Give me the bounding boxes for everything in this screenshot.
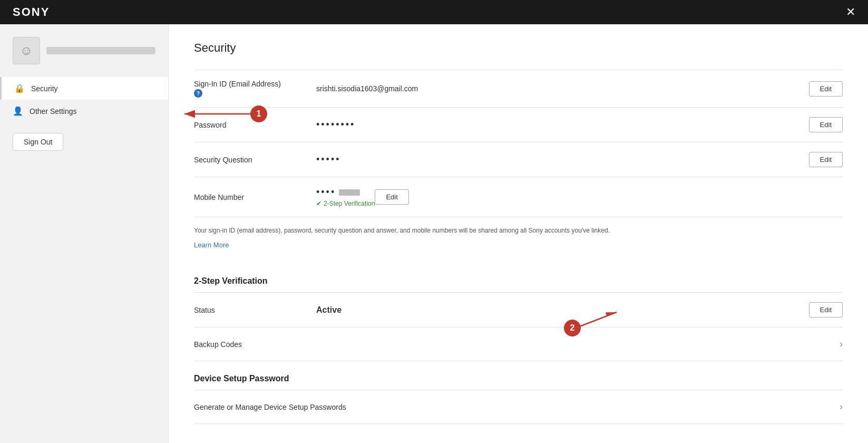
sign-out-button[interactable]: Sign Out	[13, 133, 63, 151]
shared-info-text: Your sign-in ID (email address), passwor…	[194, 226, 843, 236]
main-content: Security Sign-In ID (Email Address) ? sr…	[169, 24, 868, 443]
sony-logo: SONY	[13, 5, 50, 19]
signin-id-info-icon[interactable]: ?	[194, 89, 202, 98]
signin-id-value: srishti.sisodia1603@gmail.com	[310, 84, 809, 93]
contact-card-icon: 👤	[13, 106, 23, 116]
device-setup-title: Device Setup Password	[194, 374, 843, 383]
security-question-label: Security Question	[194, 156, 310, 164]
two-step-status-label: Status	[194, 306, 310, 314]
sidebar-item-other-settings-label: Other Settings	[30, 107, 77, 115]
mobile-number-label: Mobile Number	[194, 193, 310, 201]
mobile-dots-text: ••••	[316, 187, 336, 198]
sidebar-item-security-label: Security	[31, 84, 58, 93]
mobile-dots: ••••	[316, 187, 375, 198]
backup-codes-chevron-icon: ›	[840, 339, 843, 350]
avatar-section: ☺	[0, 37, 168, 77]
sidebar-item-other-settings[interactable]: 👤 Other Settings	[0, 100, 168, 122]
two-step-edit-button[interactable]: Edit	[809, 302, 843, 317]
checkmark-icon: ✔	[316, 200, 321, 207]
mobile-number-row: Mobile Number •••• ✔ 2-Step Verification…	[194, 177, 843, 217]
backup-codes-label: Backup Codes	[194, 340, 310, 349]
mobile-redacted-bar	[339, 189, 360, 196]
password-label: Password	[194, 121, 310, 129]
device-setup-manage-row[interactable]: Generate or Manage Device Setup Password…	[194, 390, 843, 424]
learn-more-link[interactable]: Learn More	[194, 241, 229, 249]
page-title: Security	[194, 41, 843, 55]
avatar-name-bar	[46, 47, 155, 54]
signin-id-label: Sign-In ID (Email Address) ?	[194, 80, 310, 98]
main-layout: ☺ 🔒 Security 👤 Other Settings Sign Out	[0, 24, 868, 443]
two-step-section: Status Active Edit Backup Codes ›	[194, 292, 843, 361]
avatar: ☺	[13, 37, 40, 64]
two-step-status-value: Active	[310, 305, 342, 315]
password-row: Password •••••••• Edit	[194, 108, 843, 142]
device-setup-manage-label: Generate or Manage Device Setup Password…	[194, 403, 840, 411]
lock-icon: 🔒	[14, 83, 25, 93]
two-step-status-row: Status Active Edit	[194, 293, 843, 328]
backup-codes-row[interactable]: Backup Codes ›	[194, 328, 843, 361]
verified-text: 2-Step Verification	[324, 200, 375, 207]
app-window: SONY ✕ ↖ ☺ 🔒 Security 👤 Other Settings	[0, 0, 868, 443]
close-button[interactable]: ✕	[846, 6, 855, 18]
top-bar: SONY ✕	[0, 0, 868, 24]
security-question-value: •••••	[310, 154, 809, 165]
mobile-number-value: •••• ✔ 2-Step Verification	[310, 187, 375, 207]
device-setup-section: Generate or Manage Device Setup Password…	[194, 390, 843, 424]
mobile-edit-button[interactable]: Edit	[375, 189, 408, 205]
security-question-edit-button[interactable]: Edit	[809, 152, 843, 167]
two-step-title: 2-Step Verification	[194, 276, 843, 286]
form-section: Sign-In ID (Email Address) ? srishti.sis…	[194, 70, 843, 217]
sidebar: ☺ 🔒 Security 👤 Other Settings Sign Out	[0, 24, 169, 443]
security-question-row: Security Question ••••• Edit	[194, 142, 843, 177]
mobile-verified-badge: ✔ 2-Step Verification	[316, 200, 375, 207]
device-setup-chevron-icon: ›	[840, 401, 843, 412]
sidebar-item-security[interactable]: 🔒 Security	[0, 77, 168, 100]
password-edit-button[interactable]: Edit	[809, 117, 843, 132]
password-value: ••••••••	[310, 119, 809, 130]
avatar-icon: ☺	[20, 43, 33, 58]
signin-id-row: Sign-In ID (Email Address) ? srishti.sis…	[194, 70, 843, 108]
signin-id-edit-button[interactable]: Edit	[809, 81, 843, 97]
